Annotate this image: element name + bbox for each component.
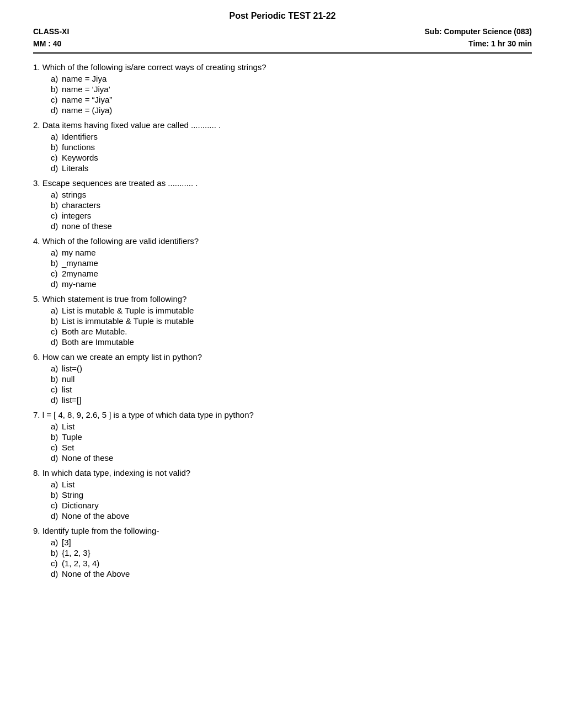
- option-text: None of these: [62, 453, 113, 463]
- option-text: _myname: [62, 258, 98, 268]
- option-label: a): [51, 248, 62, 257]
- option-label: a): [51, 422, 62, 431]
- option-label: b): [51, 142, 62, 152]
- option-item: b){1, 2, 3}: [51, 548, 532, 557]
- question-2-text: 2. Data items having fixed value are cal…: [33, 120, 532, 130]
- question-6-text: 6. How can we create an empty list in py…: [33, 352, 532, 362]
- option-label: c): [51, 211, 62, 220]
- question-5-options: a)List is mutable & Tuple is immutableb)…: [51, 306, 532, 347]
- option-text: {1, 2, 3}: [62, 548, 90, 557]
- option-item: c)name = “Jiya”: [51, 95, 532, 104]
- option-label: c): [51, 501, 62, 510]
- option-item: b)functions: [51, 142, 532, 152]
- option-label: c): [51, 559, 62, 568]
- option-item: a)strings: [51, 190, 532, 199]
- option-label: a): [51, 364, 62, 373]
- time-label: Time: 1 hr 30 min: [425, 38, 532, 50]
- option-item: a)my name: [51, 248, 532, 257]
- option-item: c)Keywords: [51, 153, 532, 162]
- option-item: d)None of these: [51, 453, 532, 463]
- header-left: CLASS-XI MM : 40: [33, 25, 69, 50]
- question-8-text: 8. In which data type, indexing is not v…: [33, 468, 532, 477]
- question-item: 5. Which statement is true from followin…: [33, 294, 532, 347]
- option-label: a): [51, 190, 62, 199]
- option-text: String: [62, 490, 83, 499]
- option-label: c): [51, 327, 62, 336]
- header-right: Sub: Computer Science (083) Time: 1 hr 3…: [425, 25, 532, 50]
- option-label: a): [51, 480, 62, 489]
- option-item: c)(1, 2, 3, 4): [51, 559, 532, 568]
- option-text: List is mutable & Tuple is immutable: [62, 306, 194, 315]
- option-text: name = Jiya: [62, 74, 106, 83]
- option-label: d): [51, 453, 62, 463]
- option-text: None of the Above: [62, 569, 130, 578]
- option-label: d): [51, 163, 62, 173]
- option-text: functions: [62, 142, 95, 152]
- question-item: 3. Escape sequences are treated as .....…: [33, 178, 532, 231]
- option-item: a)Identifiers: [51, 132, 532, 141]
- option-label: c): [51, 269, 62, 278]
- option-item: d)my-name: [51, 279, 532, 289]
- question-7-text: 7. l = [ 4, 8, 9, 2.6, 5 ] is a type of …: [33, 410, 532, 419]
- option-label: c): [51, 153, 62, 162]
- option-label: b): [51, 374, 62, 384]
- option-item: b)String: [51, 490, 532, 499]
- option-text: characters: [62, 200, 100, 210]
- question-item: 7. l = [ 4, 8, 9, 2.6, 5 ] is a type of …: [33, 410, 532, 463]
- option-item: c)Both are Mutable.: [51, 327, 532, 336]
- option-item: d)Literals: [51, 163, 532, 173]
- option-item: d)None of the above: [51, 511, 532, 520]
- question-6-options: a)list=()b)nullc)listd)list=[]: [51, 364, 532, 405]
- option-label: c): [51, 95, 62, 104]
- option-item: c)integers: [51, 211, 532, 220]
- option-label: d): [51, 569, 62, 578]
- question-9-options: a)[3]b){1, 2, 3}c)(1, 2, 3, 4)d)None of …: [51, 538, 532, 578]
- option-text: List: [62, 480, 74, 489]
- option-label: d): [51, 337, 62, 347]
- question-item: 6. How can we create an empty list in py…: [33, 352, 532, 405]
- option-label: a): [51, 74, 62, 83]
- option-item: b)_myname: [51, 258, 532, 268]
- option-text: Both are Mutable.: [62, 327, 127, 336]
- option-text: List: [62, 422, 74, 431]
- option-label: d): [51, 511, 62, 520]
- option-text: List is immutable & Tuple is mutable: [62, 316, 194, 326]
- option-item: a)name = Jiya: [51, 74, 532, 83]
- option-item: a)[3]: [51, 538, 532, 547]
- option-item: b)List is immutable & Tuple is mutable: [51, 316, 532, 326]
- question-7-options: a)Listb)Tuplec)Setd)None of these: [51, 422, 532, 463]
- option-label: b): [51, 258, 62, 268]
- option-item: b)Tuple: [51, 432, 532, 442]
- option-label: c): [51, 443, 62, 452]
- option-item: a)List: [51, 422, 532, 431]
- question-item: 1. Which of the following is/are correct…: [33, 62, 532, 115]
- option-text: Set: [62, 443, 74, 452]
- option-label: a): [51, 132, 62, 141]
- option-label: b): [51, 316, 62, 326]
- option-text: Both are Immutable: [62, 337, 134, 347]
- option-label: d): [51, 395, 62, 405]
- question-2-options: a)Identifiersb)functionsc)Keywordsd)Lite…: [51, 132, 532, 173]
- question-4-options: a)my nameb)_mynamec)2mynamed)my-name: [51, 248, 532, 289]
- question-item: 8. In which data type, indexing is not v…: [33, 468, 532, 520]
- option-text: None of the above: [62, 511, 130, 520]
- question-item: 9. Identify tuple from the following-a)[…: [33, 526, 532, 578]
- option-item: a)list=(): [51, 364, 532, 373]
- option-label: c): [51, 385, 62, 394]
- option-label: b): [51, 490, 62, 499]
- option-label: a): [51, 306, 62, 315]
- option-text: my name: [62, 248, 96, 257]
- option-label: b): [51, 432, 62, 442]
- question-1-options: a)name = Jiyab)name = ‘Jiya’c)name = “Ji…: [51, 74, 532, 115]
- option-item: b)null: [51, 374, 532, 384]
- option-item: d)Both are Immutable: [51, 337, 532, 347]
- option-item: a)List: [51, 480, 532, 489]
- class-label: CLASS-XI: [33, 25, 69, 38]
- option-text: list: [62, 385, 72, 394]
- question-3-options: a)stringsb)charactersc)integersd)none of…: [51, 190, 532, 231]
- question-item: 2. Data items having fixed value are cal…: [33, 120, 532, 173]
- option-item: d)none of these: [51, 221, 532, 231]
- option-item: a)List is mutable & Tuple is immutable: [51, 306, 532, 315]
- question-1-text: 1. Which of the following is/are correct…: [33, 62, 532, 72]
- option-text: Keywords: [62, 153, 98, 162]
